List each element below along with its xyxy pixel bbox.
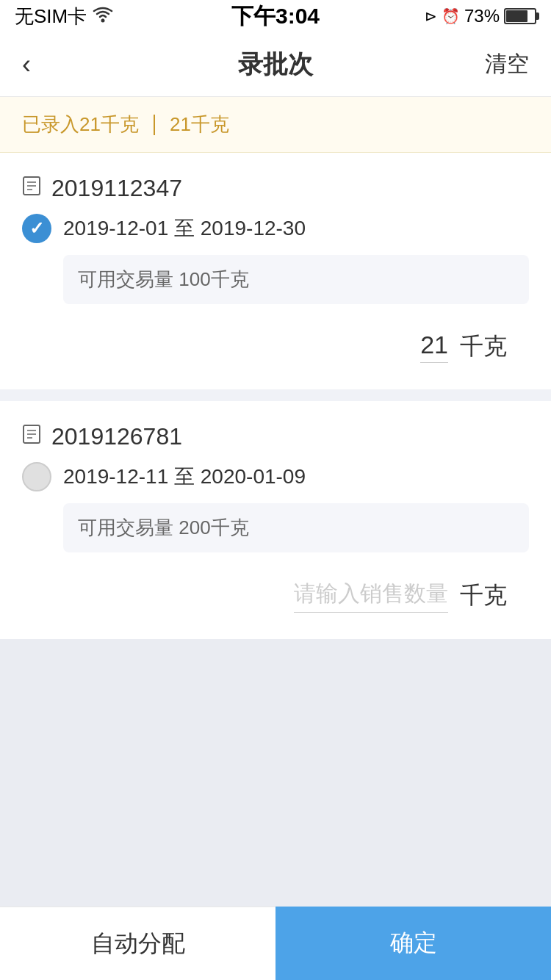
batch-radio-2[interactable] bbox=[22, 462, 51, 491]
amount-value-1: 21 bbox=[420, 331, 448, 359]
carrier-label: 无SIM卡 bbox=[15, 4, 87, 29]
batch-doc-icon-2 bbox=[22, 424, 44, 450]
status-right: ⊳ ⏰ 73% bbox=[425, 6, 536, 26]
auto-distribute-button[interactable]: 自动分配 bbox=[0, 907, 276, 980]
status-left: 无SIM卡 bbox=[15, 4, 113, 29]
batch-list: 2019112347 ✓ 2019-12-01 至 2019-12-30 可用交… bbox=[0, 153, 551, 639]
recorded-amount-label: 已录入21千克 bbox=[22, 112, 139, 137]
status-bar: 无SIM卡 下午3:04 ⊳ ⏰ 73% bbox=[0, 0, 551, 32]
amount-input-wrapper-2[interactable]: 请输入销售数量 bbox=[294, 579, 448, 613]
total-amount-label: 21千克 bbox=[170, 112, 229, 137]
back-button[interactable]: ‹ bbox=[22, 49, 66, 80]
nav-bar: ‹ 录批次 清空 bbox=[0, 32, 551, 97]
batch-date-row-2: 2019-12-11 至 2020-01-09 bbox=[22, 462, 529, 491]
amount-display-1: 21 bbox=[420, 331, 448, 363]
clear-button[interactable]: 清空 bbox=[485, 49, 529, 79]
check-icon-1: ✓ bbox=[29, 218, 44, 239]
status-time: 下午3:04 bbox=[231, 1, 320, 32]
avail-text-2: 可用交易量 200千克 bbox=[78, 516, 249, 538]
wifi-icon bbox=[93, 5, 113, 28]
avail-box-2: 可用交易量 200千克 bbox=[63, 503, 529, 552]
alarm-icon: ⏰ bbox=[442, 7, 460, 25]
empty-area bbox=[0, 639, 551, 933]
batch-doc-icon-1 bbox=[22, 176, 44, 201]
batch-date-row-1: ✓ 2019-12-01 至 2019-12-30 bbox=[22, 214, 529, 243]
separator-1 bbox=[0, 389, 551, 401]
info-banner: 已录入21千克 21千克 bbox=[0, 97, 551, 153]
battery-percent: 73% bbox=[464, 6, 500, 26]
info-divider bbox=[154, 115, 155, 135]
avail-text-1: 可用交易量 100千克 bbox=[78, 268, 249, 290]
amount-row-2[interactable]: 请输入销售数量 千克 bbox=[22, 567, 529, 624]
amount-unit-2: 千克 bbox=[460, 580, 507, 612]
batch-header-2: 2019126781 bbox=[22, 423, 529, 450]
amount-row-1: 21 千克 bbox=[22, 319, 529, 375]
location-icon: ⊳ bbox=[425, 7, 437, 25]
battery-icon bbox=[504, 8, 536, 24]
batch-id-2: 2019126781 bbox=[51, 423, 182, 450]
batch-header-1: 2019112347 bbox=[22, 175, 529, 202]
batch-item-1: 2019112347 ✓ 2019-12-01 至 2019-12-30 可用交… bbox=[0, 153, 551, 389]
page-title: 录批次 bbox=[238, 48, 313, 82]
confirm-button[interactable]: 确定 bbox=[276, 907, 551, 980]
batch-date-2: 2019-12-11 至 2020-01-09 bbox=[63, 463, 306, 491]
amount-unit-1: 千克 bbox=[460, 331, 507, 363]
batch-item-2: 2019126781 2019-12-11 至 2020-01-09 可用交易量… bbox=[0, 401, 551, 639]
footer: 自动分配 确定 bbox=[0, 907, 551, 980]
avail-box-1: 可用交易量 100千克 bbox=[63, 255, 529, 304]
amount-placeholder-2: 请输入销售数量 bbox=[294, 581, 448, 605]
batch-date-1: 2019-12-01 至 2019-12-30 bbox=[63, 215, 306, 242]
batch-id-1: 2019112347 bbox=[51, 175, 182, 202]
batch-radio-1[interactable]: ✓ bbox=[22, 214, 51, 243]
svg-point-0 bbox=[101, 18, 105, 22]
